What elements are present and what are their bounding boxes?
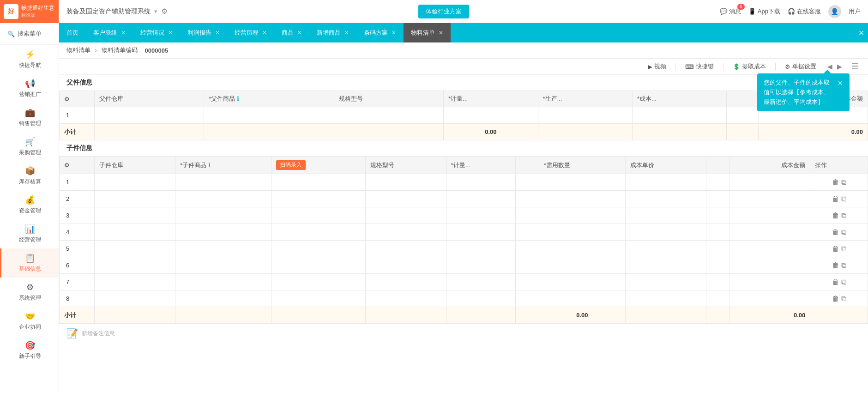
tab-barcode[interactable]: 条码方案 ✕ bbox=[356, 23, 404, 42]
child-row3-unit-cost[interactable] bbox=[625, 207, 706, 224]
child-row4-warehouse[interactable] bbox=[95, 224, 175, 241]
topbar-settings-button[interactable]: ⚙ bbox=[161, 7, 168, 16]
parent-row1-qty[interactable] bbox=[444, 107, 538, 124]
child-row1-unit[interactable] bbox=[446, 174, 516, 191]
child-row5-copy-button[interactable]: ⧉ bbox=[841, 245, 846, 253]
child-row2-unit-cost[interactable] bbox=[625, 191, 706, 207]
trial-button[interactable]: 体验行业方案 bbox=[418, 5, 469, 18]
child-row7-unit[interactable] bbox=[446, 274, 516, 290]
child-row8-spec[interactable] bbox=[365, 290, 446, 307]
child-row6-copy-button[interactable]: ⧉ bbox=[841, 261, 846, 270]
app-download-button[interactable]: 📱 App下载 bbox=[748, 7, 780, 16]
child-row4-product[interactable] bbox=[175, 224, 271, 241]
tab-product[interactable]: 商品 ✕ bbox=[274, 23, 309, 42]
child-row1-product[interactable] bbox=[175, 174, 271, 191]
child-row7-warehouse[interactable] bbox=[95, 274, 175, 290]
sidebar-item-sales[interactable]: 💼 销售管理 bbox=[0, 103, 59, 132]
child-row2-spec[interactable] bbox=[365, 191, 446, 207]
message-badge[interactable]: 💬 消息 6 bbox=[720, 7, 741, 16]
th-child-settings[interactable]: ⚙ bbox=[60, 157, 76, 174]
child-row1-copy-button[interactable]: ⧉ bbox=[841, 178, 846, 187]
child-row7-unit-cost[interactable] bbox=[625, 274, 706, 290]
search-menu-button[interactable]: 🔍 搜索菜单 bbox=[4, 27, 55, 41]
child-row8-delete-button[interactable]: 🗑 bbox=[832, 295, 839, 303]
child-row3-delete-button[interactable]: 🗑 bbox=[832, 212, 839, 220]
child-row8-unit[interactable] bbox=[446, 290, 516, 307]
parent-row1-warehouse[interactable] bbox=[95, 107, 204, 124]
child-row4-spec[interactable] bbox=[365, 224, 446, 241]
child-row7-spec[interactable] bbox=[365, 274, 446, 290]
child-row6-spec[interactable] bbox=[365, 257, 446, 274]
parent-row1-produce[interactable] bbox=[538, 107, 632, 124]
child-row2-need-qty[interactable] bbox=[539, 191, 625, 207]
tab-bom[interactable]: 物料清单 ✕ bbox=[404, 23, 451, 42]
child-row5-warehouse[interactable] bbox=[95, 241, 175, 257]
child-row8-copy-button[interactable]: ⧉ bbox=[841, 295, 846, 303]
tab-new-product-close[interactable]: ✕ bbox=[344, 30, 349, 36]
child-row4-unit[interactable] bbox=[446, 224, 516, 241]
close-all-button[interactable]: ✕ bbox=[855, 29, 868, 37]
cost-button[interactable]: 💲 提取成本 bbox=[729, 60, 770, 73]
child-row2-product[interactable] bbox=[175, 191, 271, 207]
sidebar-item-system[interactable]: ⚙ 系统管理 bbox=[0, 278, 59, 307]
tooltip-close-button[interactable]: ✕ bbox=[838, 78, 843, 88]
tab-history[interactable]: 经营历程 ✕ bbox=[227, 23, 274, 42]
scan-button[interactable]: 扫码录入 bbox=[276, 160, 306, 170]
th-child-scan[interactable]: 扫码录入 bbox=[271, 157, 365, 174]
child-row5-need-qty[interactable] bbox=[539, 241, 625, 257]
tab-home[interactable]: 首页 bbox=[59, 23, 86, 42]
child-row6-unit[interactable] bbox=[446, 257, 516, 274]
child-row3-need-qty[interactable] bbox=[539, 207, 625, 224]
child-row7-product[interactable] bbox=[175, 274, 271, 290]
child-row8-unit-cost[interactable] bbox=[625, 290, 706, 307]
child-row6-unit-cost[interactable] bbox=[625, 257, 706, 274]
child-row6-need-qty[interactable] bbox=[539, 257, 625, 274]
child-row5-delete-button[interactable]: 🗑 bbox=[832, 245, 839, 253]
shortcut-button[interactable]: ⌨ 快捷键 bbox=[681, 60, 717, 73]
video-button[interactable]: ▶ 视频 bbox=[644, 60, 670, 73]
child-row3-product[interactable] bbox=[175, 207, 271, 224]
child-row7-copy-button[interactable]: ⧉ bbox=[841, 278, 846, 286]
tab-profit-close[interactable]: ✕ bbox=[215, 30, 220, 36]
child-row6-product[interactable] bbox=[175, 257, 271, 274]
child-row3-spec[interactable] bbox=[365, 207, 446, 224]
child-row4-copy-button[interactable]: ⧉ bbox=[841, 228, 846, 236]
th-parent-settings[interactable]: ⚙ bbox=[60, 91, 76, 107]
child-row5-unit-cost[interactable] bbox=[625, 241, 706, 257]
child-row2-copy-button[interactable]: ⧉ bbox=[841, 195, 846, 203]
child-row1-warehouse[interactable] bbox=[95, 174, 175, 191]
tab-customer[interactable]: 客户联络 ✕ bbox=[86, 23, 133, 42]
tab-barcode-close[interactable]: ✕ bbox=[392, 30, 396, 36]
child-row1-spec[interactable] bbox=[365, 174, 446, 191]
online-service-button[interactable]: 🎧 在线客服 bbox=[788, 7, 821, 16]
tab-product-close[interactable]: ✕ bbox=[297, 30, 302, 36]
child-row2-warehouse[interactable] bbox=[95, 191, 175, 207]
settings-button[interactable]: ⚙ 单据设置 bbox=[781, 60, 820, 73]
tab-business-close[interactable]: ✕ bbox=[168, 30, 173, 36]
tab-customer-close[interactable]: ✕ bbox=[121, 30, 126, 36]
sidebar-item-enterprise[interactable]: 🤝 企业协同 bbox=[0, 307, 59, 336]
child-row7-delete-button[interactable]: 🗑 bbox=[832, 278, 839, 286]
tab-profit[interactable]: 利润报告 ✕ bbox=[180, 23, 227, 42]
sidebar-item-basic-info[interactable]: 📋 基础信息 bbox=[0, 248, 59, 278]
next-button[interactable]: ▶ bbox=[835, 62, 844, 71]
child-row6-delete-button[interactable]: 🗑 bbox=[832, 261, 839, 270]
child-row8-need-qty[interactable] bbox=[539, 290, 625, 307]
sidebar-item-guide[interactable]: 🎯 新手引导 bbox=[0, 336, 59, 365]
parent-row1-product[interactable] bbox=[204, 107, 334, 124]
child-row6-warehouse[interactable] bbox=[95, 257, 175, 274]
parent-row1-spec[interactable] bbox=[334, 107, 443, 124]
child-row8-product[interactable] bbox=[175, 290, 271, 307]
menu-button[interactable]: ☰ bbox=[850, 60, 861, 73]
tab-new-product[interactable]: 新增商品 ✕ bbox=[309, 23, 356, 42]
breadcrumb-bom[interactable]: 物料清单 bbox=[66, 46, 90, 54]
sidebar-item-inventory[interactable]: 📦 库存核算 bbox=[0, 161, 59, 190]
sidebar-item-finance[interactable]: 💰 资金管理 bbox=[0, 190, 59, 219]
child-row4-need-qty[interactable] bbox=[539, 224, 625, 241]
avatar[interactable]: 👤 bbox=[828, 5, 841, 18]
child-row2-unit[interactable] bbox=[446, 191, 516, 207]
child-row1-need-qty[interactable] bbox=[539, 174, 625, 191]
child-row2-delete-button[interactable]: 🗑 bbox=[832, 195, 839, 203]
child-row5-product[interactable] bbox=[175, 241, 271, 257]
child-row1-delete-button[interactable]: 🗑 bbox=[832, 178, 839, 187]
